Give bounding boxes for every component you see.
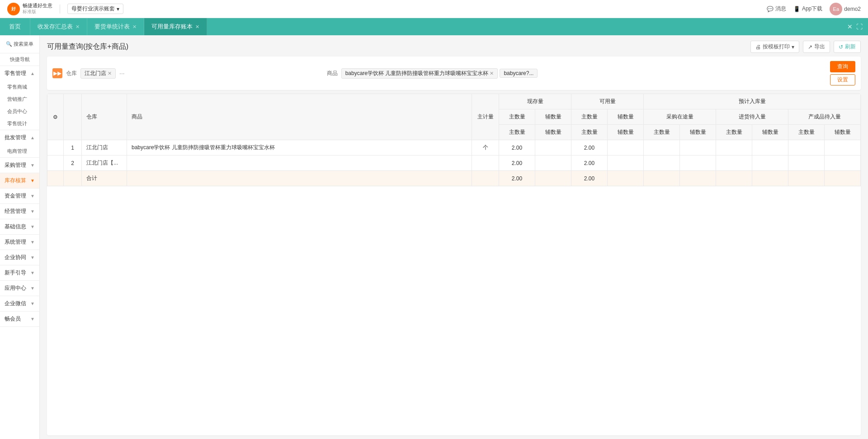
divider — [60, 5, 60, 14]
sidebar-item-retail-stats[interactable]: 零售统计 — [0, 118, 39, 130]
sidebar-section-ops-header[interactable]: 经营管理 ▼ — [0, 204, 39, 219]
sidebar-item-member-center[interactable]: 会员中心 — [0, 105, 39, 118]
warehouse-filter-label: 仓库 — [66, 70, 77, 77]
filter-more-icon[interactable]: ··· — [118, 70, 127, 77]
warehouse-tag-text: 江北门店 — [85, 70, 106, 77]
tab-order-stats-close[interactable]: ✕ — [132, 24, 137, 30]
sidebar-section-purchase: 采购管理 ▼ — [0, 158, 39, 173]
query-button[interactable]: 查询 — [830, 61, 855, 72]
td-avail-aux-1 — [608, 140, 644, 156]
sidebar-section-retail: 零售管理 ▲ 零售商城 营销推广 会员中心 零售统计 — [0, 66, 39, 130]
sidebar-section-inventory-label: 库存核算 — [5, 177, 26, 184]
sidebar-quick-nav[interactable]: 快捷导航 — [0, 53, 39, 66]
setting-button[interactable]: 设置 — [830, 74, 855, 85]
sidebar-item-ecommerce[interactable]: 电商管理 — [0, 145, 39, 157]
chevron-up-icon: ▲ — [30, 71, 35, 76]
warehouse-tag-remove[interactable]: ✕ — [108, 71, 112, 76]
app-download-btn[interactable]: 📱 App下载 — [793, 5, 822, 13]
th-planned-group: 预计入库量 — [644, 94, 861, 109]
td-stock-aux-2 — [535, 156, 571, 171]
close-all-tabs-icon[interactable]: ✕ — [847, 23, 853, 30]
tab-receivables[interactable]: 收发存汇总表 ✕ — [30, 18, 87, 35]
sidebar-section-wechat-header[interactable]: 企业微信 ▼ — [0, 296, 39, 311]
sidebar-section-wholesale-header[interactable]: 批发管理 ▲ — [0, 130, 39, 145]
tab-order-stats-label: 要货单统计表 — [94, 23, 130, 31]
sidebar-item-marketing[interactable]: 营销推广 — [0, 93, 39, 105]
expand-tabs-icon[interactable]: ⛶ — [856, 23, 863, 30]
chevron-down-icon: ▲ — [30, 135, 35, 140]
goods-tag-1-text: babycare学饮杯 儿童防摔防撞吸管杯重力球吸嘴杯宝宝水杯 — [345, 70, 489, 77]
tab-available-stock-close[interactable]: ✕ — [195, 24, 199, 30]
td-total-unit — [472, 171, 499, 186]
td-purchase-aux-2 — [680, 156, 716, 171]
message-btn[interactable]: 💬 消息 — [767, 5, 786, 13]
chevron-down-icon2: ▾ — [792, 44, 794, 50]
td-incoming-aux-1 — [752, 140, 788, 156]
industry-select[interactable]: 母婴行业演示账套 ▾ — [67, 4, 123, 14]
td-total-p-main — [644, 171, 680, 186]
th-purchase-main: 主数量 — [644, 125, 680, 140]
sidebar-search-area: 🔍 搜索菜单 — [0, 35, 39, 53]
logo-icon: 好 — [7, 3, 20, 15]
th-stock-main: 主数量 — [499, 109, 535, 125]
tabs-spacer — [207, 18, 842, 35]
export-label: 导出 — [814, 43, 825, 51]
print-label: 按模板打印 — [763, 43, 790, 51]
sidebar-section-guide-label: 新手引导 — [5, 269, 26, 277]
td-incoming-aux-2 — [752, 156, 788, 171]
goods-tag-1-remove[interactable]: ✕ — [490, 71, 494, 76]
sidebar-section-purchase-header[interactable]: 采购管理 ▼ — [0, 158, 39, 173]
print-btn[interactable]: 🖨 按模板打印 ▾ — [750, 41, 799, 53]
td-product-main-1 — [788, 140, 825, 156]
th-gear[interactable]: ⚙ — [47, 94, 64, 140]
td-avail-main-1: 2.00 — [571, 140, 608, 156]
print-icon: 🖨 — [755, 44, 761, 50]
sidebar-section-app-header[interactable]: 应用中心 ▼ — [0, 281, 39, 296]
sidebar-section-finance-header[interactable]: 资金管理 ▼ — [0, 189, 39, 203]
logo-text-area: 畅捷通好生意 标准版 — [23, 3, 52, 15]
sidebar-section-vip-header[interactable]: 畅会员 ▼ — [0, 312, 39, 326]
filter-actions: 查询 设置 — [830, 61, 855, 85]
warehouse-tag: 江北门店 ✕ — [80, 68, 116, 79]
sidebar-section-wechat-label: 企业微信 — [5, 300, 26, 307]
sidebar-section-guide-header[interactable]: 新手引导 ▼ — [0, 265, 39, 280]
td-stock-main-1: 2.00 — [499, 140, 535, 156]
tab-order-stats[interactable]: 要货单统计表 ✕ — [87, 18, 144, 35]
export-btn[interactable]: ↗ 导出 — [803, 41, 830, 53]
sidebar-section-basic-header[interactable]: 基础信息 ▼ — [0, 219, 39, 234]
td-total-stock-aux — [535, 171, 571, 186]
th-warehouse: 仓库 — [82, 94, 127, 140]
sidebar-search-btn[interactable]: 🔍 搜索菜单 — [4, 39, 36, 49]
main-layout: 🔍 搜索菜单 快捷导航 零售管理 ▲ 零售商城 营销推广 会员中心 零售统计 — [0, 35, 868, 439]
tab-home[interactable]: 首页 — [0, 18, 30, 35]
th-num — [64, 94, 82, 140]
refresh-label: 刷新 — [845, 43, 856, 51]
sidebar-section-system-header[interactable]: 系统管理 ▼ — [0, 235, 39, 250]
td-total-goods — [127, 171, 472, 186]
tab-receivables-close[interactable]: ✕ — [75, 24, 80, 30]
chevron-down-icon: ▾ — [117, 6, 119, 12]
sidebar-item-retail-mall[interactable]: 零售商城 — [0, 81, 39, 93]
sidebar-section-basic-label: 基础信息 — [5, 223, 26, 231]
goods-filter-label: 商品 — [327, 70, 338, 77]
chevron-icon4: ▼ — [30, 240, 35, 245]
user-area[interactable]: Ea demo2 — [830, 3, 861, 15]
td-incoming-main-1 — [716, 140, 752, 156]
filter-toggle-btn[interactable]: ▶▶ — [52, 68, 62, 78]
tab-available-stock[interactable]: 可用量库存账本 ✕ — [144, 18, 207, 35]
th-avail-main: 主数量 — [571, 109, 608, 125]
sidebar-section-enterprise-header[interactable]: 企业协同 ▼ — [0, 250, 39, 265]
th-product-aux: 辅数量 — [825, 125, 861, 140]
message-icon: 💬 — [767, 6, 774, 12]
refresh-btn[interactable]: ↺ 刷新 — [834, 41, 861, 53]
top-bar: 好 畅捷通好生意 标准版 母婴行业演示账套 ▾ 💬 消息 📱 App下载 Ea … — [0, 0, 868, 18]
sidebar-section-inventory-header[interactable]: 库存核算 ▼ — [0, 173, 39, 188]
sidebar-section-retail-header[interactable]: 零售管理 ▲ — [0, 66, 39, 81]
nav-tabs: 首页 收发存汇总表 ✕ 要货单统计表 ✕ 可用量库存账本 ✕ ✕ ⛶ — [0, 18, 868, 35]
td-stock-main-2: 2.00 — [499, 156, 535, 171]
td-total-p-aux — [680, 171, 716, 186]
search-icon: 🔍 — [6, 41, 12, 47]
app-download-label: App下载 — [802, 5, 822, 13]
goods-tag-2-text: babycare?... — [504, 70, 533, 76]
tabs-actions: ✕ ⛶ — [842, 18, 868, 35]
